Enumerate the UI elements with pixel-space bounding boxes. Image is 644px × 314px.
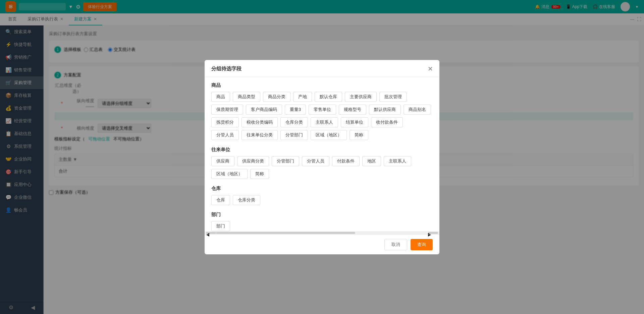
modal-footer: 取消 查询 bbox=[205, 235, 439, 254]
section-partner: 往来单位 供应商 供应商分类 分管部门 分管人员 付款条件 地区 主联系人 区域… bbox=[211, 147, 433, 179]
cancel-button[interactable]: 取消 bbox=[384, 239, 407, 250]
field-tag-area[interactable]: 地区 bbox=[362, 156, 381, 166]
section-warehouse-title: 仓库 bbox=[211, 186, 433, 192]
field-tag-dept[interactable]: 分管部门 bbox=[280, 130, 308, 140]
field-tag-goods-alias[interactable]: 商品别名 bbox=[404, 105, 431, 115]
hscroll-right-arrow: ▶ bbox=[428, 232, 438, 234]
modal-overlay: 分组待选字段 ✕ 商品 商品 商品类型 商品分类 产地 默认仓库 主要供应商 批… bbox=[0, 0, 644, 314]
field-tag-supplier-category[interactable]: 供应商分类 bbox=[237, 156, 269, 166]
modal-horizontal-scrollbar[interactable]: ◀ ▶ bbox=[205, 231, 439, 235]
warehouse-field-tags: 仓库 仓库分类 bbox=[211, 195, 433, 205]
field-tag-weight[interactable]: 重量3 bbox=[285, 105, 306, 115]
field-tag-default-supplier[interactable]: 默认供应商 bbox=[369, 105, 401, 115]
field-tag-payment-terms[interactable]: 收付款条件 bbox=[371, 117, 403, 127]
section-department: 部门 部门 bbox=[211, 212, 433, 231]
field-tag-charge-person[interactable]: 分管人员 bbox=[211, 130, 239, 140]
field-tag-region2[interactable]: 区域（地区） bbox=[211, 169, 248, 179]
field-tag-partner-category[interactable]: 往来单位分类 bbox=[241, 130, 278, 140]
partner-field-tags: 供应商 供应商分类 分管部门 分管人员 付款条件 地区 主联系人 区域（地区） … bbox=[211, 156, 433, 179]
field-tag-warehouse-category[interactable]: 仓库分类 bbox=[280, 117, 308, 127]
dept-field-tags: 部门 bbox=[211, 221, 433, 231]
field-tag-payment-condition[interactable]: 付款条件 bbox=[332, 156, 360, 166]
field-tag-default-warehouse[interactable]: 默认仓库 bbox=[315, 92, 342, 102]
modal-body[interactable]: 商品 商品 商品类型 商品分类 产地 默认仓库 主要供应商 批次管理 保质期管理… bbox=[205, 77, 439, 231]
hscroll-thumb[interactable] bbox=[216, 232, 355, 234]
field-tag-origin[interactable]: 产地 bbox=[293, 92, 312, 102]
section-partner-title: 往来单位 bbox=[211, 147, 433, 153]
field-tag-shelf-life[interactable]: 保质期管理 bbox=[211, 105, 243, 115]
field-tag-main-supplier[interactable]: 主要供应商 bbox=[345, 92, 377, 102]
field-tag-partner-dept[interactable]: 分管部门 bbox=[272, 156, 299, 166]
confirm-button[interactable]: 查询 bbox=[411, 239, 433, 250]
field-tag-region[interactable]: 区域（地区） bbox=[311, 130, 347, 140]
field-tag-goods-category[interactable]: 商品分类 bbox=[263, 92, 290, 102]
field-tag-batch-manage[interactable]: 批次管理 bbox=[379, 92, 407, 102]
field-tag-warehouse-cat[interactable]: 仓库分类 bbox=[233, 195, 260, 205]
field-tag-customer-code[interactable]: 客户商品编码 bbox=[246, 105, 282, 115]
field-tag-retail-unit[interactable]: 零售单位 bbox=[309, 105, 336, 115]
field-tag-department[interactable]: 部门 bbox=[211, 221, 230, 231]
field-tag-goods-type[interactable]: 商品类型 bbox=[233, 92, 260, 102]
field-tag-warehouse[interactable]: 仓库 bbox=[211, 195, 230, 205]
field-tag-main-contact[interactable]: 主联系人 bbox=[311, 117, 338, 127]
field-tag-tax-code[interactable]: 税收分类编码 bbox=[241, 117, 278, 127]
hscroll-left-arrow: ◀ bbox=[206, 232, 216, 234]
field-tag-settlement-unit[interactable]: 结算单位 bbox=[341, 117, 368, 127]
field-tag-goods[interactable]: 商品 bbox=[211, 92, 230, 102]
field-tag-partner-person[interactable]: 分管人员 bbox=[302, 156, 329, 166]
field-tag-pick-points[interactable]: 拣货积分 bbox=[211, 117, 239, 127]
goods-field-tags: 商品 商品类型 商品分类 产地 默认仓库 主要供应商 批次管理 保质期管理 客户… bbox=[211, 92, 433, 140]
section-goods: 商品 商品 商品类型 商品分类 产地 默认仓库 主要供应商 批次管理 保质期管理… bbox=[211, 82, 433, 140]
section-warehouse: 仓库 仓库 仓库分类 bbox=[211, 186, 433, 205]
section-goods-title: 商品 bbox=[211, 82, 433, 88]
field-tag-short-name[interactable]: 简称 bbox=[350, 130, 368, 140]
field-select-modal: 分组待选字段 ✕ 商品 商品 商品类型 商品分类 产地 默认仓库 主要供应商 批… bbox=[205, 60, 439, 254]
field-tag-main-contact2[interactable]: 主联系人 bbox=[384, 156, 411, 166]
modal-header: 分组待选字段 ✕ bbox=[205, 60, 439, 77]
field-tag-short-name2[interactable]: 简称 bbox=[250, 169, 269, 179]
field-tag-supplier[interactable]: 供应商 bbox=[211, 156, 234, 166]
section-dept-title: 部门 bbox=[211, 212, 433, 218]
modal-title: 分组待选字段 bbox=[211, 66, 241, 72]
modal-close-button[interactable]: ✕ bbox=[428, 65, 433, 73]
field-tag-spec-model[interactable]: 规格型号 bbox=[339, 105, 366, 115]
